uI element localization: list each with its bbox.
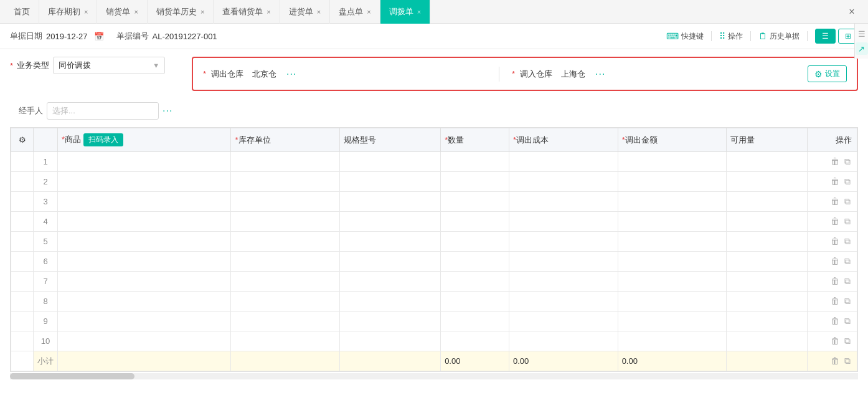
row-copy-icon[interactable]: ⧉ [844, 216, 851, 226]
row-cost-5[interactable] [509, 232, 618, 252]
row-amount-1[interactable] [618, 152, 727, 172]
scroll-thumb[interactable] [10, 373, 134, 379]
row-unit-8[interactable] [231, 292, 340, 312]
row-copy-icon[interactable]: ⧉ [844, 196, 851, 206]
row-product-5[interactable] [58, 232, 231, 252]
row-amount-9[interactable] [618, 312, 727, 331]
row-spec-2[interactable] [340, 172, 441, 192]
row-cost-2[interactable] [509, 172, 618, 192]
tab-sales-order-close[interactable]: × [134, 8, 138, 16]
tab-sales-history-close[interactable]: × [200, 8, 204, 16]
row-product-4[interactable] [58, 212, 231, 232]
side-list-icon[interactable]: ☰ [856, 27, 868, 40]
row-spec-5[interactable] [340, 232, 441, 252]
row-product-6[interactable] [58, 252, 231, 272]
row-spec-8[interactable] [340, 292, 441, 312]
row-delete-icon[interactable]: 🗑 [831, 356, 839, 366]
row-unit-3[interactable] [231, 192, 340, 212]
row-qty-10[interactable] [441, 331, 509, 351]
handler-select[interactable]: 选择... [47, 102, 159, 120]
row-copy-icon[interactable]: ⧉ [844, 236, 851, 246]
row-delete-icon[interactable]: 🗑 [831, 176, 839, 186]
row-unit-7[interactable] [231, 272, 340, 292]
row-copy-icon[interactable]: ⧉ [844, 276, 851, 286]
row-copy-icon[interactable]: ⧉ [844, 356, 851, 366]
row-amount-8[interactable] [618, 292, 727, 312]
row-product-9[interactable] [58, 312, 231, 331]
row-cost-8[interactable] [509, 292, 618, 312]
row-amount-5[interactable] [618, 232, 727, 252]
row-copy-icon[interactable]: ⧉ [844, 256, 851, 266]
row-qty-1[interactable] [441, 152, 509, 172]
row-amount-7[interactable] [618, 272, 727, 292]
row-product-2[interactable] [58, 172, 231, 192]
row-copy-icon[interactable]: ⧉ [844, 316, 851, 326]
operation-action[interactable]: ⠿ 操作 [719, 31, 743, 42]
out-warehouse-dots[interactable]: ··· [286, 69, 296, 80]
row-spec-3[interactable] [340, 192, 441, 212]
row-product-7[interactable] [58, 272, 231, 292]
row-cost-7[interactable] [509, 272, 618, 292]
row-cost-6[interactable] [509, 252, 618, 272]
row-qty-9[interactable] [441, 312, 509, 331]
row-amount-3[interactable] [618, 192, 727, 212]
tab-view-sales[interactable]: 查看销货单 × [214, 0, 280, 24]
row-delete-icon[interactable]: 🗑 [831, 156, 839, 166]
row-cost-10[interactable] [509, 331, 618, 351]
row-amount-6[interactable] [618, 252, 727, 272]
tab-sales-order[interactable]: 销货单 × [97, 0, 147, 24]
tab-inventory-init[interactable]: 库存期初 × [39, 0, 97, 24]
row-qty-2[interactable] [441, 172, 509, 192]
row-spec-10[interactable] [340, 331, 441, 351]
row-copy-icon[interactable]: ⧉ [844, 176, 851, 186]
row-delete-icon[interactable]: 🗑 [831, 256, 839, 266]
in-warehouse-dots[interactable]: ··· [595, 69, 605, 80]
row-cost-4[interactable] [509, 212, 618, 232]
row-unit-6[interactable] [231, 252, 340, 272]
row-unit-5[interactable] [231, 232, 340, 252]
tab-transfer-close[interactable]: × [417, 8, 421, 16]
tab-home[interactable]: 首页 [5, 0, 39, 24]
side-expand-icon[interactable]: ↗ [856, 42, 868, 55]
window-close-button[interactable]: × [841, 0, 863, 24]
handler-dots[interactable]: ··· [163, 105, 172, 117]
row-delete-icon[interactable]: 🗑 [831, 276, 839, 286]
row-spec-6[interactable] [340, 252, 441, 272]
row-product-3[interactable] [58, 192, 231, 212]
tab-transfer[interactable]: 调拨单 × [380, 0, 430, 24]
row-qty-6[interactable] [441, 252, 509, 272]
row-spec-4[interactable] [340, 212, 441, 232]
business-type-select[interactable]: 同价调拨 ▼ [53, 57, 165, 74]
row-amount-10[interactable] [618, 331, 727, 351]
history-action[interactable]: 🗒 历史单据 [758, 31, 800, 42]
tab-inventory-check-close[interactable]: × [367, 8, 370, 16]
tab-view-sales-close[interactable]: × [267, 8, 270, 16]
table-gear-col[interactable]: ⚙ [11, 128, 34, 152]
row-product-1[interactable] [58, 152, 231, 172]
row-unit-9[interactable] [231, 312, 340, 331]
row-qty-7[interactable] [441, 272, 509, 292]
row-copy-icon[interactable]: ⧉ [844, 296, 851, 306]
row-qty-5[interactable] [441, 232, 509, 252]
shortcut-action[interactable]: ⌨ 快捷键 [666, 31, 704, 42]
row-qty-8[interactable] [441, 292, 509, 312]
row-delete-icon[interactable]: 🗑 [831, 336, 839, 346]
scroll-area[interactable] [10, 373, 858, 379]
row-spec-9[interactable] [340, 312, 441, 331]
row-cost-1[interactable] [509, 152, 618, 172]
tab-inventory-check[interactable]: 盘点单 × [330, 0, 380, 24]
row-spec-7[interactable] [340, 272, 441, 292]
row-delete-icon[interactable]: 🗑 [831, 216, 839, 226]
row-copy-icon[interactable]: ⧉ [844, 336, 851, 346]
calendar-icon[interactable]: 📅 [94, 32, 104, 41]
row-copy-icon[interactable]: ⧉ [844, 156, 851, 166]
row-delete-icon[interactable]: 🗑 [831, 196, 839, 206]
row-qty-4[interactable] [441, 212, 509, 232]
row-unit-4[interactable] [231, 212, 340, 232]
scan-btn[interactable]: 扫码录入 [83, 133, 123, 146]
settings-button[interactable]: ⚙ 设置 [808, 65, 847, 82]
row-qty-3[interactable] [441, 192, 509, 212]
row-product-8[interactable] [58, 292, 231, 312]
tab-sales-history[interactable]: 销货单历史 × [148, 0, 214, 24]
tab-purchase[interactable]: 进货单 × [280, 0, 330, 24]
